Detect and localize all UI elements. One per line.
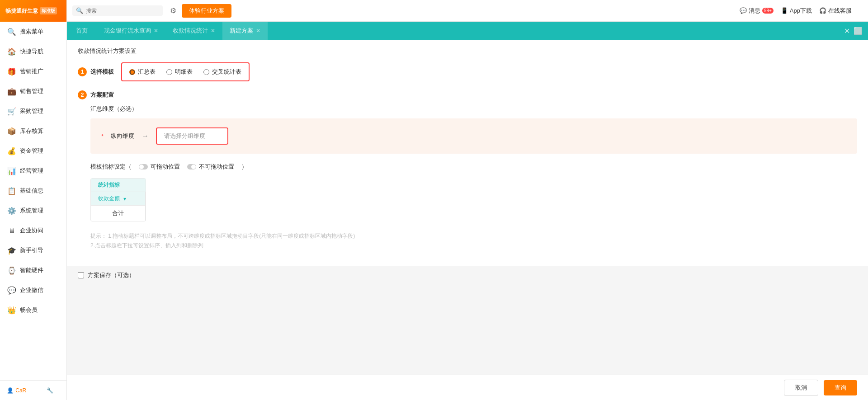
sidebar-item-member[interactable]: 👑 畅会员	[0, 300, 66, 320]
box-icon: 📦	[7, 127, 16, 136]
radio-summary[interactable]: 汇总表	[129, 68, 156, 76]
close-tab-icon[interactable]: ✕	[844, 27, 850, 35]
tab-collection-stats[interactable]: 收款情况统计 ✕	[165, 22, 222, 40]
cancel-button[interactable]: 取消	[784, 380, 818, 396]
tip-row-1: 2.点击标题栏下拉可设置排序、插入列和删除列	[90, 242, 857, 249]
page-container: 收款情况统计方案设置 1 选择模板 汇总表 明细表	[67, 40, 868, 266]
sidebar-item-sales[interactable]: 💼 销售管理	[0, 81, 66, 101]
footer-car-label: CaR	[15, 387, 26, 394]
topbar-right: 💬 消息 99+ 📱 App下载 🎧 在线客服	[740, 7, 863, 15]
money-icon: 💰	[7, 147, 16, 155]
user-icon: 👤	[7, 387, 14, 394]
sidebar-item-beginner[interactable]: 🎓 新手引导	[0, 240, 66, 260]
save-checkbox[interactable]	[78, 272, 84, 278]
close-bank-flow-icon[interactable]: ✕	[154, 28, 158, 34]
bottom-bar: 取消 查询	[67, 375, 868, 400]
hints-container: 可拖动位置 不可拖动位置	[139, 163, 234, 171]
sidebar-item-marketing[interactable]: 🎁 营销推广	[0, 61, 66, 81]
close-new-scheme-icon[interactable]: ✕	[256, 28, 260, 34]
version-badge: 标准版	[40, 7, 57, 14]
step2-number: 2	[78, 90, 87, 99]
wrench-icon: 🔧	[47, 387, 53, 394]
dimension-config-area: * 纵向维度 → 请选择分组维度	[90, 118, 857, 154]
step1-title: 选择模板	[90, 68, 114, 76]
sidebar-footer: 👤 CaR 🔧	[0, 380, 66, 400]
sidebar-item-system[interactable]: ⚙️ 系统管理	[0, 201, 66, 221]
dimension-row: * 纵向维度 → 请选择分组维度	[101, 127, 846, 145]
sidebar-item-basic-info[interactable]: 📋 基础信息	[0, 181, 66, 201]
tab-new-scheme[interactable]: 新建方案 ✕	[222, 22, 268, 40]
radio-summary-input[interactable]	[129, 69, 135, 75]
radio-cross-label: 交叉统计表	[212, 68, 241, 76]
template-options-box: 汇总表 明细表 交叉统计表	[121, 62, 250, 81]
step1-number: 1	[78, 67, 87, 76]
close-collection-stats-icon[interactable]: ✕	[211, 28, 215, 34]
sidebar-item-quick-nav[interactable]: 🏠 快捷导航	[0, 42, 66, 61]
dropdown-icon: ▾	[123, 196, 126, 202]
dimension-select[interactable]: 请选择分组维度	[156, 127, 228, 145]
content-area: 收款情况统计方案设置 1 选择模板 汇总表 明细表	[67, 40, 868, 375]
crown-icon: 👑	[7, 306, 16, 315]
sidebar-item-enterprise[interactable]: 🖥 企业协同	[0, 221, 66, 240]
save-option: 方案保存（可选）	[67, 266, 868, 285]
step2-section: 2 方案配置 汇总维度（必选） * 纵向维度 → 请选择分组维度	[78, 90, 857, 249]
message-badge: 99+	[762, 8, 774, 14]
hint-movable-label: 可拖动位置	[151, 163, 180, 171]
step2-title: 方案配置	[90, 91, 114, 99]
radio-detail-input[interactable]	[166, 69, 172, 75]
message-button[interactable]: 💬 消息 99+	[740, 7, 774, 15]
tips-section: 提示： 1.拖动标题栏可以调整布局，不可跨维度或指标区域拖动目字段(只能在同一维…	[90, 232, 857, 249]
settings-icon[interactable]: ⚙	[170, 6, 176, 15]
topbar: 🔍 ⚙ 体验行业方案 💬 消息 99+ 📱 App下载 🎧 在线客服	[67, 0, 868, 22]
page-title: 收款情况统计方案设置	[78, 47, 857, 55]
indicators-label: 模板指标设定（	[90, 163, 132, 171]
stats-column-0: 收款金额 ▾ 合计	[91, 192, 146, 221]
required-mark: *	[101, 133, 104, 140]
tabbar-actions: ✕ ⬜	[844, 27, 868, 35]
sidebar-item-wechat[interactable]: 💬 企业微信	[0, 280, 66, 300]
sidebar-item-hardware[interactable]: ⌚ 智能硬件	[0, 260, 66, 280]
sidebar-footer-left[interactable]: 👤 CaR	[0, 381, 33, 400]
graduate-icon: 🎓	[7, 246, 16, 255]
download-button[interactable]: 📱 App下载	[781, 7, 812, 15]
radio-cross[interactable]: 交叉统计表	[203, 68, 241, 76]
maximize-icon[interactable]: ⬜	[854, 27, 863, 35]
hint-fixed-label: 不可拖动位置	[199, 163, 234, 171]
sidebar-footer-right[interactable]: 🔧	[33, 381, 67, 400]
search-box[interactable]: 🔍	[72, 5, 163, 16]
service-button[interactable]: 🎧 在线客服	[819, 7, 852, 15]
sidebar-item-purchase[interactable]: 🛒 采购管理	[0, 101, 66, 121]
watch-icon: ⌚	[7, 266, 16, 275]
cart-icon: 🛒	[7, 107, 16, 116]
dimension-group-title: 汇总维度（必选）	[90, 105, 857, 113]
trial-button[interactable]: 体验行业方案	[182, 4, 231, 18]
search-input[interactable]	[86, 8, 154, 14]
sidebar: 畅捷通好生意 标准版 🔍 搜索菜单 🏠 快捷导航 🎁 营销推广 💼 销售管理 🛒…	[0, 0, 67, 400]
radio-detail[interactable]: 明细表	[166, 68, 193, 76]
fixed-toggle-icon	[187, 164, 196, 169]
sidebar-item-inventory[interactable]: 📦 库存核算	[0, 121, 66, 141]
indicators-close: ）	[241, 163, 247, 171]
download-icon: 📱	[781, 7, 788, 14]
movable-toggle-icon	[139, 164, 148, 169]
indicators-header: 模板指标设定（ 可拖动位置 不可拖动位置 ）	[90, 163, 857, 171]
sidebar-item-operations[interactable]: 📊 经营管理	[0, 161, 66, 181]
stats-columns: 收款金额 ▾ 合计	[91, 192, 146, 221]
gift-icon: 🎁	[7, 67, 16, 76]
stats-col-header-0[interactable]: 收款金额 ▾	[91, 192, 145, 206]
hint-movable: 可拖动位置	[139, 163, 180, 171]
stats-cell-0-0: 合计	[91, 206, 145, 221]
radio-cross-input[interactable]	[203, 69, 209, 75]
sidebar-item-search-menu[interactable]: 🔍 搜索菜单	[0, 22, 66, 42]
hint-fixed: 不可拖动位置	[187, 163, 234, 171]
vertical-dimension-label: 纵向维度	[111, 132, 134, 140]
sidebar-item-finance[interactable]: 💰 资金管理	[0, 141, 66, 161]
tab-home[interactable]: 首页	[67, 22, 97, 40]
home-icon: 🏠	[7, 47, 16, 56]
tab-bank-flow[interactable]: 现金银行流水查询 ✕	[97, 22, 165, 40]
search-icon: 🔍	[76, 7, 83, 14]
radio-summary-label: 汇总表	[138, 68, 156, 76]
main-container: 🔍 ⚙ 体验行业方案 💬 消息 99+ 📱 App下载 🎧 在线客服 首页	[67, 0, 868, 400]
sidebar-logo: 畅捷通好生意 标准版	[0, 0, 66, 22]
query-button[interactable]: 查询	[824, 380, 857, 395]
